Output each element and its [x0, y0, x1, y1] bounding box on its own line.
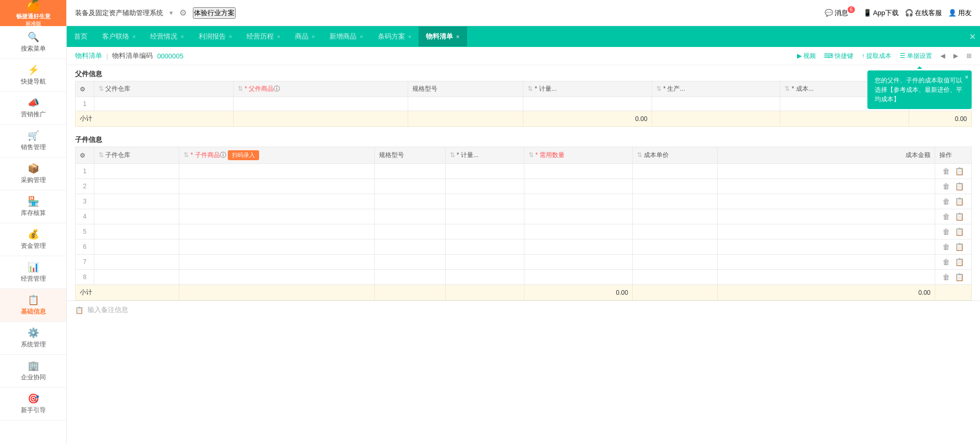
tab-profit-close[interactable]: ×: [229, 33, 232, 40]
user-button[interactable]: 👤 用友: [948, 8, 972, 18]
copy-icon-3[interactable]: 📋: [955, 197, 964, 206]
child-spec-2[interactable]: [375, 179, 445, 194]
tab-operation-status-close[interactable]: ×: [180, 33, 183, 40]
delete-icon-4[interactable]: 🗑: [942, 212, 950, 221]
child-unit-cost-8[interactable]: [632, 270, 717, 285]
child-unit-cost-3[interactable]: [632, 194, 717, 209]
delete-icon-2[interactable]: 🗑: [942, 182, 950, 190]
child-warehouse-2[interactable]: [94, 179, 179, 194]
tooltip-close-button[interactable]: ×: [965, 73, 969, 82]
parent-goods-1[interactable]: [233, 97, 408, 111]
sidebar-item-sales[interactable]: 🛒 销售管理: [0, 125, 66, 158]
child-goods-1[interactable]: [179, 164, 375, 179]
child-unit-1[interactable]: [445, 164, 524, 179]
nav-next-icon[interactable]: ▶: [953, 52, 958, 59]
child-goods-7[interactable]: [179, 255, 375, 270]
child-unit-cost-4[interactable]: [632, 209, 717, 224]
copy-icon-4[interactable]: 📋: [955, 212, 964, 221]
child-quantity-5[interactable]: [524, 224, 632, 239]
parent-unit-1[interactable]: [523, 97, 652, 111]
child-unit-cost-7[interactable]: [632, 255, 717, 270]
delete-icon-6[interactable]: 🗑: [942, 243, 950, 251]
breadcrumb-parent[interactable]: 物料清单: [75, 51, 102, 61]
online-service-button[interactable]: 🎧 在线客服: [905, 8, 942, 18]
tab-profit[interactable]: 利润报告 ×: [191, 27, 239, 46]
child-unit-3[interactable]: [445, 194, 524, 209]
delete-icon-7[interactable]: 🗑: [942, 258, 950, 266]
tab-new-goods-close[interactable]: ×: [360, 33, 363, 40]
tab-customer[interactable]: 客户联络 ×: [95, 27, 143, 46]
delete-icon-3[interactable]: 🗑: [942, 197, 950, 206]
tab-barcode[interactable]: 条码方案 ×: [371, 27, 419, 46]
child-spec-3[interactable]: [375, 194, 445, 209]
sidebar-item-inventory[interactable]: 🏪 库存核算: [0, 190, 66, 223]
copy-icon-1[interactable]: 📋: [955, 167, 964, 175]
grid-icon[interactable]: ⊞: [966, 52, 972, 59]
child-quantity-4[interactable]: [524, 209, 632, 224]
parent-col-settings[interactable]: ⚙: [76, 81, 94, 97]
child-warehouse-3[interactable]: [94, 194, 179, 209]
child-warehouse-7[interactable]: [94, 255, 179, 270]
tab-operation-history[interactable]: 经营历程 ×: [239, 27, 287, 46]
extract-cost-button[interactable]: ↑ 提取成本: [862, 52, 891, 61]
child-quantity-1[interactable]: [524, 164, 632, 179]
delete-icon-1[interactable]: 🗑: [942, 167, 950, 175]
tab-bom[interactable]: 物料清单 ×: [419, 27, 467, 46]
sidebar-item-operation[interactable]: 📊 经营管理: [0, 256, 66, 289]
app-download-button[interactable]: 📱 App下载: [863, 8, 899, 18]
child-warehouse-6[interactable]: [94, 239, 179, 255]
child-unit-cost-5[interactable]: [632, 224, 717, 239]
sidebar-item-search[interactable]: 🔍 搜索菜单: [0, 26, 66, 59]
child-unit-cost-6[interactable]: [632, 239, 717, 255]
child-warehouse-1[interactable]: [94, 164, 179, 179]
child-unit-cost-1[interactable]: [632, 164, 717, 179]
nav-prev-icon[interactable]: ◀: [940, 52, 945, 59]
child-spec-4[interactable]: [375, 209, 445, 224]
tab-home[interactable]: 首页: [67, 27, 95, 46]
tab-operation-history-close[interactable]: ×: [277, 33, 280, 40]
child-spec-1[interactable]: [375, 164, 445, 179]
copy-icon-5[interactable]: 📋: [955, 227, 964, 236]
delete-icon-5[interactable]: 🗑: [942, 227, 950, 236]
sidebar-item-finance[interactable]: 💰 资金管理: [0, 223, 66, 256]
tab-bom-close[interactable]: ×: [456, 33, 459, 40]
copy-icon-2[interactable]: 📋: [955, 182, 964, 190]
sidebar-item-guide[interactable]: 🎯 新手引导: [0, 388, 66, 421]
dropdown-icon[interactable]: ▾: [169, 9, 173, 17]
sidebar-item-marketing[interactable]: 📣 营销推广: [0, 92, 66, 125]
child-warehouse-8[interactable]: [94, 270, 179, 285]
tab-new-goods[interactable]: 新增商品 ×: [322, 27, 370, 46]
child-spec-8[interactable]: [375, 270, 445, 285]
child-goods-6[interactable]: [179, 239, 375, 255]
child-goods-2[interactable]: [179, 179, 375, 194]
child-warehouse-5[interactable]: [94, 224, 179, 239]
sidebar-item-purchase[interactable]: 📦 采购管理: [0, 158, 66, 190]
child-unit-5[interactable]: [445, 224, 524, 239]
parent-production-1[interactable]: [652, 97, 780, 111]
child-unit-6[interactable]: [445, 239, 524, 255]
child-goods-3[interactable]: [179, 194, 375, 209]
sidebar-item-quick-nav[interactable]: ⚡ 快捷导航: [0, 59, 66, 92]
copy-icon-7[interactable]: 📋: [955, 258, 964, 266]
delete-icon-8[interactable]: 🗑: [942, 273, 950, 281]
sidebar-item-system[interactable]: ⚙️ 系统管理: [0, 322, 66, 355]
child-unit-4[interactable]: [445, 209, 524, 224]
page-close-button[interactable]: ✕: [965, 32, 980, 42]
child-quantity-3[interactable]: [524, 194, 632, 209]
copy-icon-8[interactable]: 📋: [955, 273, 964, 281]
child-quantity-2[interactable]: [524, 179, 632, 194]
settings-icon[interactable]: ⚙: [179, 8, 187, 18]
parent-spec-1[interactable]: [408, 97, 523, 111]
child-spec-6[interactable]: [375, 239, 445, 255]
tab-barcode-close[interactable]: ×: [408, 33, 411, 40]
child-spec-5[interactable]: [375, 224, 445, 239]
tab-goods-close[interactable]: ×: [312, 33, 315, 40]
child-quantity-7[interactable]: [524, 255, 632, 270]
child-unit-8[interactable]: [445, 270, 524, 285]
child-quantity-8[interactable]: [524, 270, 632, 285]
child-quantity-6[interactable]: [524, 239, 632, 255]
child-warehouse-4[interactable]: [94, 209, 179, 224]
message-button[interactable]: 💬 消息 6: [825, 8, 857, 18]
bottom-label[interactable]: 输入备注信息: [88, 305, 128, 315]
experience-button[interactable]: 体验行业方案: [193, 7, 236, 19]
